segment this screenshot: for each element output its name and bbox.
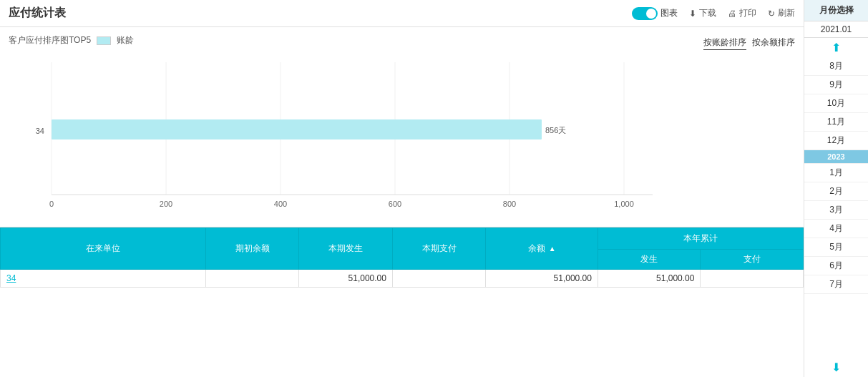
table-header-row-top: 在来单位 期初余额 本期发生 本期支付 余额 ▲ 本年累计 (1, 228, 804, 250)
svg-text:856天: 856天 (545, 126, 566, 134)
scroll-down-button[interactable]: ⬇ (804, 358, 868, 377)
header-actions: 图表 ⬇ 下载 🖨 打印 ↻ 刷新 (632, 7, 795, 20)
sidebar: 月份选择 2021.01 ⬆ 8月 9月 10月 11月 12月 2023 1月… (804, 0, 868, 377)
month-item-2[interactable]: 2月 (804, 182, 868, 201)
month-item-3[interactable]: 3月 (804, 201, 868, 220)
month-item-10[interactable]: 10月 (804, 94, 868, 113)
scroll-up-button[interactable]: ⬆ (804, 38, 868, 57)
sort-by-amount-button[interactable]: 按余额排序 (752, 36, 795, 50)
balance-sort-icon: ▲ (549, 245, 556, 253)
cell-current-payment (392, 270, 485, 288)
month-item-11[interactable]: 11月 (804, 113, 868, 132)
month-item-7[interactable]: 7月 (804, 275, 868, 294)
col-ytd: 本年累计 (598, 228, 803, 250)
cell-opening-balance (206, 270, 299, 288)
month-item-8[interactable]: 8月 (804, 57, 868, 76)
table-section: 在来单位 期初余额 本期发生 本期支付 余额 ▲ 本年累计 发生 支付 (0, 227, 804, 377)
table-body: 34 51,000.00 51,000.00 51,000.00 (1, 270, 804, 288)
data-table: 在来单位 期初余额 本期发生 本期支付 余额 ▲ 本年累计 发生 支付 (0, 227, 804, 288)
chart-legend: 客户应付排序图TOP5 账龄 (9, 34, 134, 46)
month-item-9[interactable]: 9月 (804, 76, 868, 94)
sort-buttons: 按账龄排序 按余额排序 (703, 36, 795, 50)
bar-chart: 0 200 400 600 800 1,000 34 856天 (9, 55, 795, 220)
page-header: 应付统计表 图表 ⬇ 下载 🖨 打印 ↻ 刷新 (0, 0, 804, 27)
legend-box (97, 36, 111, 45)
download-button[interactable]: ⬇ 下载 (689, 7, 716, 19)
svg-text:200: 200 (160, 200, 172, 208)
month-item-6[interactable]: 6月 (804, 257, 868, 275)
sidebar-month-list: 8月 9月 10月 11月 12月 2023 1月 2月 3月 4月 5月 6月… (804, 57, 868, 358)
chart-legend-row: 客户应付排序图TOP5 账龄 按账龄排序 按余额排序 (9, 34, 795, 52)
col-current-occurrence: 本期发生 (299, 228, 392, 270)
month-item-12[interactable]: 12月 (804, 132, 868, 150)
refresh-label: 刷新 (778, 7, 795, 19)
chart-legend-box-label: 账龄 (117, 34, 134, 46)
toggle-track[interactable] (632, 7, 658, 20)
col-ytd-payment: 支付 (701, 250, 804, 270)
toggle-thumb (646, 9, 656, 19)
month-item-4[interactable]: 4月 (804, 220, 868, 238)
svg-text:400: 400 (274, 200, 287, 208)
chart-section: 客户应付排序图TOP5 账龄 按账龄排序 按余额排序 0 200 400 (0, 27, 804, 227)
svg-text:800: 800 (503, 200, 516, 208)
svg-text:0: 0 (49, 200, 54, 208)
cell-balance: 51,000.00 (486, 270, 598, 288)
cell-vendor[interactable]: 34 (1, 270, 206, 288)
sort-by-balance-button[interactable]: 按账龄排序 (703, 36, 746, 50)
print-button[interactable]: 🖨 打印 (728, 7, 756, 19)
sidebar-current-value: 2021.01 (804, 21, 868, 38)
col-ytd-occurrence: 发生 (598, 250, 701, 270)
page-title: 应付统计表 (9, 6, 66, 21)
sidebar-header: 月份选择 (804, 0, 868, 21)
refresh-icon: ↻ (768, 9, 775, 19)
svg-text:34: 34 (36, 127, 44, 135)
col-current-payment: 本期支付 (392, 228, 485, 270)
cell-ytd-payment (701, 270, 804, 288)
month-item-1[interactable]: 1月 (804, 164, 868, 182)
download-label: 下载 (699, 7, 716, 19)
print-icon: 🖨 (728, 9, 736, 19)
col-vendor: 在来单位 (1, 228, 206, 270)
print-label: 打印 (739, 7, 756, 19)
cell-ytd-occurrence: 51,000.00 (598, 270, 701, 288)
month-item-5[interactable]: 5月 (804, 238, 868, 257)
table-wrapper: 在来单位 期初余额 本期发生 本期支付 余额 ▲ 本年累计 发生 支付 (0, 227, 804, 288)
bar-34 (52, 119, 542, 139)
refresh-button[interactable]: ↻ 刷新 (768, 7, 795, 19)
table-row: 34 51,000.00 51,000.00 51,000.00 (1, 270, 804, 288)
year-label-2023[interactable]: 2023 (804, 150, 868, 164)
svg-text:600: 600 (389, 200, 401, 208)
download-icon: ⬇ (689, 9, 696, 19)
col-opening-balance: 期初余额 (206, 228, 299, 270)
chart-toggle-label: 图表 (660, 7, 678, 19)
chart-toggle[interactable]: 图表 (632, 7, 678, 20)
col-balance: 余额 ▲ (486, 228, 598, 270)
cell-current-occurrence: 51,000.00 (299, 270, 392, 288)
chart-legend-title: 客户应付排序图TOP5 (9, 34, 91, 46)
svg-text:1,000: 1,000 (614, 200, 634, 208)
